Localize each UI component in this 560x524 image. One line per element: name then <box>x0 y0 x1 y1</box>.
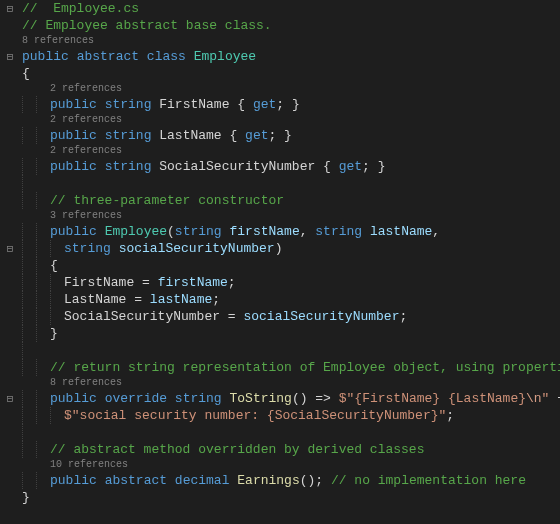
code-content: } <box>20 489 560 506</box>
codelens-references[interactable]: 3 references <box>0 209 560 223</box>
code-content: public string FirstName { get; } <box>20 96 560 113</box>
code-content: public string LastName { get; } <box>20 127 560 144</box>
fold-minus-icon[interactable]: ⊟ <box>4 241 16 258</box>
code-line[interactable]: public string FirstName { get; } <box>0 96 560 113</box>
codelens-references[interactable]: 8 references <box>0 34 560 48</box>
code-line[interactable] <box>0 342 560 359</box>
code-content: $"social security number: {SocialSecurit… <box>20 407 560 424</box>
code-content: } <box>20 325 560 342</box>
code-content: FirstName = firstName; <box>20 274 560 291</box>
code-line[interactable]: { <box>0 65 560 82</box>
code-line[interactable]: } <box>0 489 560 506</box>
code-content: public abstract class Employee <box>20 48 560 65</box>
code-line[interactable] <box>0 424 560 441</box>
code-content: // abstract method overridden by derived… <box>20 441 560 458</box>
codelens-references[interactable]: 2 references <box>0 113 560 127</box>
code-line[interactable]: SocialSecurityNumber = socialSecurityNum… <box>0 308 560 325</box>
codelens-references[interactable]: 10 references <box>0 458 560 472</box>
code-line[interactable] <box>0 175 560 192</box>
fold-minus-icon[interactable]: ⊟ <box>4 49 16 66</box>
code-content: public string SocialSecurityNumber { get… <box>20 158 560 175</box>
code-content: { <box>20 257 560 274</box>
code-line[interactable]: ⊟ public abstract class Employee <box>0 48 560 65</box>
code-content: LastName = lastName; <box>20 291 560 308</box>
fold-minus-icon[interactable]: ⊟ <box>4 391 16 408</box>
code-content: public abstract decimal Earnings(); // n… <box>20 472 560 489</box>
code-content: // Employee abstract base class. <box>20 17 560 34</box>
codelens-references[interactable]: 2 references <box>0 144 560 158</box>
code-line[interactable]: // return string representation of Emplo… <box>0 359 560 376</box>
code-content: // three-parameter constructor <box>20 192 560 209</box>
code-line[interactable]: } <box>0 325 560 342</box>
fold-gutter[interactable]: ⊟ <box>0 390 20 408</box>
fold-minus-icon[interactable]: ⊟ <box>4 1 16 18</box>
code-line[interactable]: ⊟ public override string ToString() => $… <box>0 390 560 407</box>
code-content: { <box>20 65 560 82</box>
code-line[interactable]: public string SocialSecurityNumber { get… <box>0 158 560 175</box>
code-line[interactable]: public abstract decimal Earnings(); // n… <box>0 472 560 489</box>
code-content: SocialSecurityNumber = socialSecurityNum… <box>20 308 560 325</box>
code-content: // Employee.cs <box>20 0 560 17</box>
code-line[interactable]: // Employee abstract base class. <box>0 17 560 34</box>
code-line-highlighted[interactable]: { <box>0 257 560 274</box>
code-line[interactable]: $"social security number: {SocialSecurit… <box>0 407 560 424</box>
fold-gutter[interactable]: ⊟ <box>0 0 20 18</box>
code-line[interactable]: public Employee(string firstName, string… <box>0 223 560 240</box>
code-line[interactable]: // abstract method overridden by derived… <box>0 441 560 458</box>
codelens-references[interactable]: 8 references <box>0 376 560 390</box>
code-content: public Employee(string firstName, string… <box>20 223 560 240</box>
code-content: string socialSecurityNumber) <box>20 240 560 257</box>
code-line[interactable]: ⊟ string socialSecurityNumber) <box>0 240 560 257</box>
code-line[interactable]: LastName = lastName; <box>0 291 560 308</box>
code-line[interactable]: // three-parameter constructor <box>0 192 560 209</box>
code-line[interactable]: FirstName = firstName; <box>0 274 560 291</box>
code-line[interactable]: ⊟ // Employee.cs <box>0 0 560 17</box>
code-content: public override string ToString() => $"{… <box>20 390 560 407</box>
codelens-references[interactable]: 2 references <box>0 82 560 96</box>
code-line[interactable]: public string LastName { get; } <box>0 127 560 144</box>
code-content: // return string representation of Emplo… <box>20 359 560 376</box>
code-editor[interactable]: ⊟ // Employee.cs // Employee abstract ba… <box>0 0 560 524</box>
fold-gutter[interactable]: ⊟ <box>0 240 20 258</box>
fold-gutter[interactable]: ⊟ <box>0 48 20 66</box>
